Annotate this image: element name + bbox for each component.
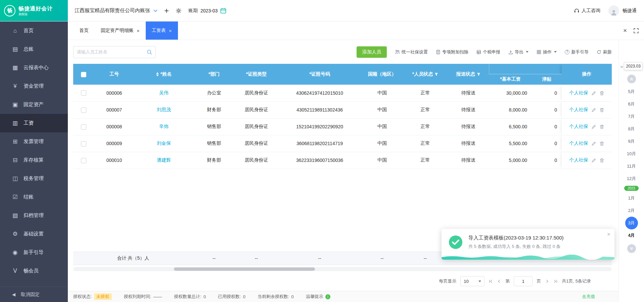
last-page-button[interactable] <box>553 279 558 284</box>
sidebar-item-inventory[interactable]: ⊟库存核算 <box>0 151 68 169</box>
tab-fixed-asset-detail[interactable]: 固定资产明细账× <box>95 21 146 40</box>
toolbar-special-deduction-button[interactable]: 专项附加扣除 <box>436 49 468 55</box>
row-checkbox[interactable] <box>81 90 86 96</box>
employee-name-link[interactable]: 刘思茂 <box>157 107 171 112</box>
row-checkbox[interactable] <box>81 141 86 146</box>
toolbar-export-button[interactable]: 导出 <box>508 49 528 55</box>
col-allowance[interactable]: 津贴 <box>532 74 562 85</box>
info-icon[interactable]: i <box>325 294 330 299</box>
tab-home[interactable]: 首页 <box>73 21 95 40</box>
calendar-month-8月[interactable]: 8月 <box>619 123 644 135</box>
calendar-month-3月[interactable]: 3月 <box>619 217 644 229</box>
delete-icon[interactable] <box>599 141 604 146</box>
tab-close-icon[interactable]: × <box>169 28 172 34</box>
calendar-month-12月[interactable]: 12月 <box>619 172 644 185</box>
page-number-input[interactable] <box>514 276 533 286</box>
toolbar-tax-filing-button[interactable]: 个税申报 <box>476 49 500 55</box>
per-page-select[interactable]: 10 <box>460 276 485 286</box>
next-page-button[interactable] <box>545 279 549 284</box>
col-name[interactable]: *姓名 <box>135 64 193 85</box>
sidebar-item-funds[interactable]: ¥资金管理 <box>0 77 68 95</box>
calendar-current-period[interactable]: 2023.03 <box>624 62 642 70</box>
employee-name-link[interactable]: 刘金保 <box>157 140 171 146</box>
calendar-month-10月[interactable]: 10月 <box>619 147 644 160</box>
delete-icon[interactable] <box>599 91 604 96</box>
avatar[interactable] <box>608 5 619 16</box>
delete-icon[interactable] <box>599 107 604 113</box>
add-account-set-button[interactable]: + <box>164 7 169 15</box>
employee-name-link[interactable]: 辛炜 <box>159 124 169 129</box>
col-status[interactable]: *人员状态 <box>403 64 448 85</box>
sidebar-item-invoices[interactable]: ⊞发票管理 <box>0 132 68 151</box>
employee-name-link[interactable]: 吴伟 <box>159 90 169 95</box>
company-selector[interactable]: 江西服宝精品有限责任公司内账张 <box>75 7 157 14</box>
personal-social-security-link[interactable]: 个人社保 <box>569 140 588 146</box>
tab-salary-sheet[interactable]: 工资表× <box>146 21 178 40</box>
calendar-month-7月[interactable]: 7月 <box>619 110 644 123</box>
search-input[interactable] <box>77 49 145 54</box>
sidebar-item-beginner-guide[interactable]: ◉新手引导 <box>0 243 68 262</box>
calendar-month-4月[interactable]: 4月 <box>619 229 644 242</box>
row-checkbox[interactable] <box>81 124 86 130</box>
row-checkbox[interactable] <box>81 107 86 113</box>
prev-page-button[interactable] <box>497 279 501 284</box>
sidebar-item-archive[interactable]: ▧归档管理 <box>0 206 68 225</box>
calendar-month-11月[interactable]: 11月 <box>619 160 644 172</box>
personal-social-security-link[interactable]: 个人社保 <box>569 107 588 112</box>
col-emp-no[interactable]: 工号 <box>94 64 135 85</box>
personal-social-security-link[interactable]: 个人社保 <box>569 90 588 95</box>
horizontal-scrollbar[interactable] <box>73 267 612 271</box>
personal-social-security-link[interactable]: 个人社保 <box>569 157 588 163</box>
sidebar-item-salary[interactable]: ▥工资 <box>0 114 68 132</box>
sidebar-item-base-settings[interactable]: ⚙基础设置 <box>0 225 68 243</box>
search-box[interactable] <box>73 46 156 58</box>
delete-icon[interactable] <box>599 158 604 163</box>
scroll-months-up-button[interactable] <box>627 75 636 83</box>
edit-icon[interactable] <box>591 107 596 113</box>
toolbar-operate-button[interactable]: 操作 <box>537 49 557 55</box>
tab-close-icon[interactable]: × <box>137 28 140 34</box>
toolbar-refresh-button[interactable]: 刷新 <box>597 49 612 55</box>
col-base-salary[interactable]: *基本工资 <box>489 74 532 85</box>
calendar-month-2月[interactable]: 2月 <box>619 204 644 217</box>
scrollbar-thumb[interactable] <box>174 267 315 271</box>
fullscreen-icon[interactable] <box>634 28 639 33</box>
collapse-panel-icon[interactable]: » <box>620 63 623 69</box>
sidebar-item-tax[interactable]: ◫税务管理 <box>0 169 68 188</box>
delete-icon[interactable] <box>599 124 604 129</box>
first-page-button[interactable] <box>489 279 493 284</box>
toolbar-guide-button[interactable]: ?新手引导 <box>565 49 589 55</box>
col-dept[interactable]: *部门 <box>193 64 235 85</box>
toolbar-social-security-button[interactable]: 统一社保设置 <box>395 49 428 55</box>
edit-icon[interactable] <box>591 141 596 146</box>
scroll-months-down-button[interactable] <box>627 244 636 253</box>
employee-name-link[interactable]: 潘建辉 <box>157 157 171 163</box>
sidebar-item-member[interactable]: Ⅴ畅会员 <box>0 262 68 280</box>
recharge-link[interactable]: 去充值 <box>582 294 595 300</box>
edit-icon[interactable] <box>591 158 596 163</box>
sidebar-item-fixed-assets[interactable]: ▣固定资产 <box>0 95 68 114</box>
calendar-month-9月[interactable]: 9月 <box>619 135 644 147</box>
calendar-month-6月[interactable]: 6月 <box>619 98 644 110</box>
edit-icon[interactable] <box>591 124 596 129</box>
sidebar-item-home[interactable]: ⌂首页 <box>0 21 68 40</box>
calendar-month-5月[interactable]: 5月 <box>619 85 644 98</box>
col-cert-type[interactable]: *证照类型 <box>235 64 278 85</box>
filter-icon[interactable] <box>477 73 480 76</box>
calendar-icon[interactable] <box>220 8 226 14</box>
personal-social-security-link[interactable]: 个人社保 <box>569 124 588 129</box>
period-value[interactable]: 2023-03 <box>200 8 218 13</box>
search-icon[interactable] <box>147 49 152 55</box>
col-report-status[interactable]: 报送状态 <box>448 64 489 85</box>
row-checkbox[interactable] <box>81 158 86 163</box>
filter-icon[interactable] <box>434 73 438 76</box>
settings-gear-icon[interactable] <box>176 8 182 14</box>
sort-icon[interactable] <box>156 72 159 76</box>
close-tabs-icon[interactable]: × <box>623 27 627 34</box>
toast-close-icon[interactable]: × <box>607 231 610 237</box>
select-all-checkbox[interactable] <box>81 72 86 77</box>
sidebar-item-cloud-reports[interactable]: ▦云报表中心 <box>0 58 68 77</box>
add-person-button[interactable]: 添加人员 <box>357 46 387 58</box>
calendar-month-1月[interactable]: 1月 <box>619 192 644 204</box>
edit-icon[interactable] <box>591 91 596 96</box>
